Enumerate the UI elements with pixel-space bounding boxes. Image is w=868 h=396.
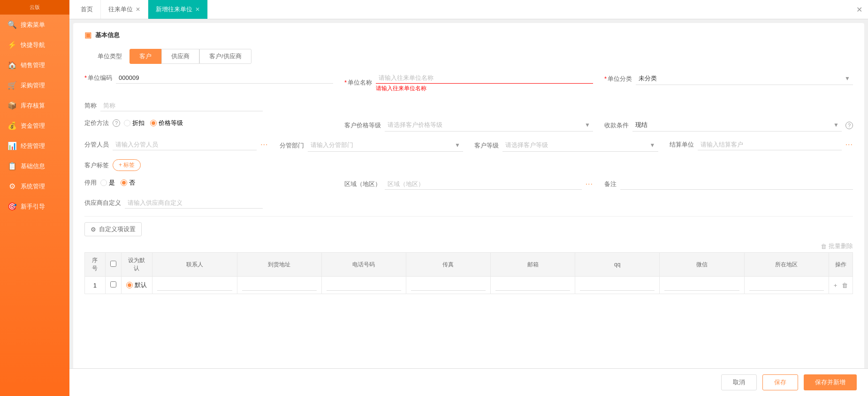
sidebar-item-finance[interactable]: 💰 资金管理 [0,116,69,136]
tab-new-partner[interactable]: 新增往来单位 ✕ [148,0,208,19]
add-tag-button[interactable]: + 标签 [113,159,141,171]
sidebar-item-label: 系统管理 [21,182,45,191]
remarks-label: 备注 [604,180,617,188]
select-all-checkbox[interactable] [110,261,116,267]
row-email [490,277,575,294]
form-row-2: 简称 [84,100,853,111]
tab-bar: 首页 往来单位 ✕ 新增往来单位 ✕ ✕ [69,0,868,19]
customer-level-field: 客户等级 请选择客户等级 ▼ [474,139,658,152]
system-icon: ⚙ [8,182,17,191]
customer-tag-field: 客户标签 + 标签 [84,159,853,171]
customer-level-select[interactable]: 请选择客户等级 ▼ [503,139,658,152]
region-more-btn[interactable]: ··· [586,180,593,188]
row-select-checkbox[interactable] [110,281,116,287]
col-fax: 传真 [406,253,490,277]
sidebar-item-system[interactable]: ⚙ 系统管理 [0,176,69,196]
department-field: 分管部门 请输入分管部门 ▼ [280,139,464,152]
customer-price-level-arrow: ▼ [585,122,590,128]
row-region-input[interactable] [749,280,824,291]
disabled-radio-yes[interactable]: 是 [100,179,115,187]
payment-terms-value: 现结 [635,121,833,129]
pricing-label: 定价方法 [84,119,109,127]
sidebar-item-sales[interactable]: 🏠 销售管理 [0,55,69,75]
row-fax-input[interactable] [411,280,486,291]
manager-more-btn[interactable]: ··· [260,140,268,149]
cancel-button[interactable]: 取消 [721,374,757,390]
manager-input[interactable] [113,139,257,150]
unit-code-field: 单位编码 [84,72,333,84]
col-region: 所在地区 [744,253,829,277]
short-name-input[interactable] [100,100,263,111]
form-row-1: 单位编码 单位名称 请输入往来单位名称 单位分类 未分类 ▼ [84,72,853,93]
row-default-label: 默认 [135,281,147,289]
tab-partner-close[interactable]: ✕ [136,6,140,13]
basic-icon: 📋 [8,162,17,171]
row-default-radio[interactable]: 默认 [126,281,148,289]
col-qq: qq [575,253,660,277]
col-actions: 操作 [829,253,853,277]
unit-type-customer[interactable]: 客户 [129,49,161,64]
save-button[interactable]: 保存 [762,374,798,390]
sidebar-item-label: 新手引导 [21,202,45,211]
tab-home[interactable]: 首页 [73,0,101,19]
col-address: 到货地址 [237,253,321,277]
operation-icon: 📊 [8,141,17,150]
sidebar-item-basic[interactable]: 📋 基础信息 [0,156,69,176]
custom-settings-button[interactable]: ⚙ 自定义项设置 [84,222,142,236]
row-qq-input[interactable] [580,280,655,291]
add-row-btn[interactable]: + [834,282,838,289]
unit-type-both[interactable]: 客户/供应商 [199,49,251,64]
settlement-unit-input[interactable] [698,139,842,150]
department-select[interactable]: 请输入分管部门 ▼ [308,139,464,152]
row-wechat-input[interactable] [664,280,739,291]
tab-new-partner-close[interactable]: ✕ [195,6,200,13]
settlement-unit-label: 结算单位 [670,140,694,149]
unit-type-supplier[interactable]: 供应商 [161,49,199,64]
sidebar-item-operation[interactable]: 📊 经营管理 [0,136,69,156]
sidebar-item-quick-nav[interactable]: ⚡ 快捷导航 [0,35,69,55]
sidebar-item-inventory[interactable]: 📦 库存核算 [0,95,69,116]
row-email-input[interactable] [495,280,570,291]
supplier-custom-input[interactable] [125,197,263,209]
col-wechat: 微信 [660,253,744,277]
sidebar-item-guide[interactable]: 🎯 新手引导 [0,196,69,217]
remarks-input[interactable] [620,179,853,190]
row-phone-input[interactable] [327,280,401,291]
pricing-radio-level[interactable]: 价格等级 [150,119,183,127]
disabled-radio-no[interactable]: 否 [121,179,135,187]
form-row-7: 供应商自定义 [84,197,853,209]
unit-name-input[interactable] [376,72,593,84]
form-row-4: 分管人员 ··· 分管部门 请输入分管部门 ▼ 客户等级 请选择客户等级 ▼ 结… [84,139,853,152]
department-label: 分管部门 [280,141,304,150]
pricing-radio-discount[interactable]: 折扣 [124,119,145,127]
col-checkbox [105,253,121,277]
unit-category-select[interactable]: 未分类 ▼ [636,72,853,85]
unit-name-field: 单位名称 请输入往来单位名称 [344,72,593,93]
main-content: 首页 往来单位 ✕ 新增往来单位 ✕ ✕ ▣ 基本信息 单位类型 客户 供应商 … [69,0,868,396]
payment-terms-select[interactable]: 现结 ▼ [632,119,842,132]
close-all-tabs[interactable]: ✕ [856,5,862,14]
unit-code-input[interactable] [116,72,333,84]
sidebar-item-purchase[interactable]: 🛒 采购管理 [0,75,69,95]
save-new-button[interactable]: 保存并新增 [804,374,857,390]
disabled-label: 停用 [84,179,97,187]
customer-price-level-placeholder: 请选择客户价格等级 [388,121,585,129]
region-input[interactable] [385,179,582,190]
settlement-unit-more-btn[interactable]: ··· [845,140,853,149]
payment-terms-help-icon[interactable]: ? [845,122,853,129]
row-contact-input[interactable] [157,280,232,291]
customer-price-level-select[interactable]: 请选择客户价格等级 ▼ [385,119,593,132]
payment-terms-arrow: ▼ [833,122,839,128]
sidebar: 云版 🔍 搜索菜单 ⚡ 快捷导航 🏠 销售管理 🛒 采购管理 📦 库存核算 💰 … [0,0,69,396]
row-address-input[interactable] [242,280,317,291]
form-row-3: 定价方法 ? 折扣 价格等级 客户价格等级 请选择客户价格等级 [84,119,853,132]
batch-delete-label[interactable]: 批量删除 [829,242,853,250]
form-row-5: 客户标签 + 标签 [84,159,853,171]
sidebar-item-search[interactable]: 🔍 搜索菜单 [0,15,69,35]
supplier-custom-field: 供应商自定义 [84,197,263,209]
tab-partner[interactable]: 往来单位 ✕ [101,0,148,19]
pricing-help-icon[interactable]: ? [113,119,120,127]
row-checkbox [105,277,121,294]
page-content: ▣ 基本信息 单位类型 客户 供应商 客户/供应商 单位编码 单位名称 请输入往… [73,23,864,392]
delete-row-btn[interactable]: 🗑 [842,282,848,289]
